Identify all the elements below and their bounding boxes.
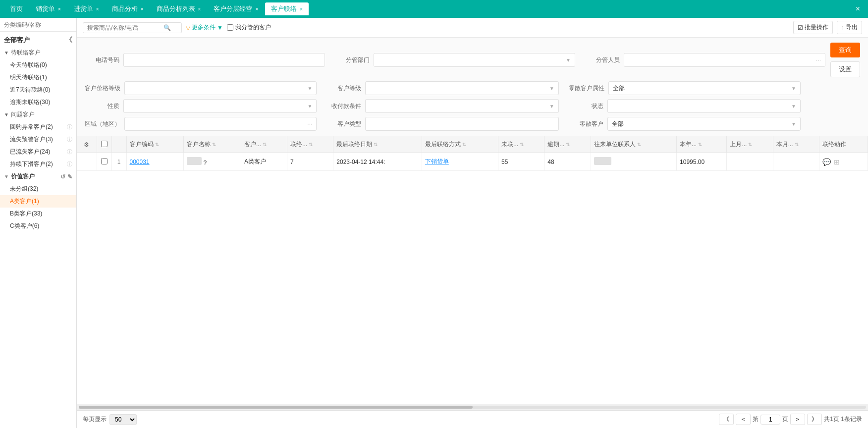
sort-icon: ⇅ (795, 142, 799, 147)
person-input[interactable]: ··· (624, 53, 825, 67)
page-size-select[interactable]: 50 100 200 (109, 414, 137, 425)
my-customers-filter[interactable]: 我分管的客户 (227, 23, 271, 32)
sidebar-item-class-b[interactable]: B类客户(33) (0, 208, 76, 220)
last-page-btn[interactable]: 》 (807, 414, 822, 425)
chat-icon[interactable]: 💬 (822, 158, 831, 166)
th-checkbox[interactable] (97, 136, 111, 153)
sidebar-item-class-a[interactable]: A类客户(1) (0, 195, 76, 208)
sidebar-item-abnormal[interactable]: 回购异常客户(2) ⓘ (0, 121, 76, 133)
sidebar-item-today[interactable]: 今天待联络(0) (0, 59, 76, 71)
type-label: 客户类型 (326, 120, 361, 128)
sidebar-item-unclassified[interactable]: 未分组(32) (0, 183, 76, 195)
main-layout: 🔍 全部客户 《 ▼ 待联络客户 今天待联络(0) 明天待联络(1) 近7天待联… (0, 18, 868, 428)
section-pending-contact[interactable]: ▼ 待联络客户 (0, 47, 76, 59)
sidebar-item-declining[interactable]: 持续下滑客户(2) ⓘ (0, 158, 76, 170)
sort-icon: ⇅ (155, 142, 159, 147)
filter-search-icon[interactable]: 🔍 (163, 24, 171, 31)
th-last-method[interactable]: 最后联络方式⇅ (422, 136, 498, 153)
sort-icon: ⇅ (462, 142, 466, 147)
next-page-btn[interactable]: ＞ (790, 414, 805, 425)
refresh-icon[interactable]: ↺ (60, 173, 65, 180)
sidebar-all-customers-header: 全部客户 《 (0, 32, 76, 47)
filter-cell-status: 状态 ▼ (569, 99, 801, 113)
type-input[interactable] (365, 117, 558, 131)
page-number-input[interactable] (760, 415, 780, 425)
section-value-customers: ▼ 价值客户 ↺ ✎ (0, 170, 76, 183)
section-value-label: 价值客户 (11, 172, 35, 181)
sidebar-item-tomorrow[interactable]: 明天待联络(1) (0, 71, 76, 84)
th-this-month[interactable]: 本月...⇅ (773, 136, 819, 153)
query-button[interactable]: 查询 (830, 43, 860, 57)
per-page-label: 每页显示 (83, 415, 107, 424)
tab-home[interactable]: 首页 (4, 2, 29, 15)
phone-input[interactable] (123, 53, 325, 67)
sidebar-item-7days[interactable]: 近7天待联络(0) (0, 84, 76, 96)
retail-attr-select[interactable]: 全部▼ (608, 81, 801, 95)
td-overdue: 48 (544, 153, 591, 171)
horizontal-scrollbar[interactable] (77, 404, 868, 410)
th-contact[interactable]: 联络...⇅ (287, 136, 333, 153)
settings-button[interactable]: 设置 (830, 61, 860, 77)
row-checkbox[interactable] (101, 158, 108, 164)
section-problem-customers[interactable]: ▼ 问题客户 (0, 108, 76, 121)
th-no-contact[interactable]: 未联...⇅ (498, 136, 544, 153)
tab-purchase[interactable]: 进货单 × (68, 2, 105, 15)
item-lostwarning-info: 流失预警客户(3) (10, 135, 53, 144)
td-code[interactable]: 000031 (126, 153, 184, 171)
td-num: 1 (111, 153, 126, 171)
tab-customer-contact[interactable]: 客户联络 × (265, 2, 309, 15)
more-filters-btn[interactable]: ▽ 更多条件 ▼ (186, 23, 223, 32)
tab-product-analysis[interactable]: 商品分析 × (106, 2, 150, 15)
area-input[interactable]: ··· (124, 117, 317, 131)
price-level-label: 客户价格等级 (85, 84, 120, 93)
td-checkbox[interactable] (97, 153, 111, 171)
retail-label: 零散客户 (569, 120, 603, 128)
tab-customer-mgmt-close[interactable]: × (255, 6, 258, 12)
th-name[interactable]: 客户名称⇅ (184, 136, 241, 153)
customer-level-select[interactable]: ▼ (365, 81, 558, 95)
sidebar-item-lostwarning[interactable]: 流失预警客户(3) ⓘ (0, 133, 76, 146)
td-last-method[interactable]: 下销货单 (422, 153, 498, 171)
th-unit-contact[interactable]: 往来单位联系人⇅ (591, 136, 677, 153)
th-settings[interactable]: ⚙ (77, 136, 97, 153)
nature-select[interactable]: ▼ (123, 99, 317, 113)
filter-search-input[interactable] (87, 24, 162, 31)
select-all-checkbox[interactable] (101, 141, 108, 147)
sidebar-item-lost[interactable]: 已流失客户(24) ⓘ (0, 146, 76, 158)
th-last-month[interactable]: 上月...⇅ (727, 136, 773, 153)
payment-select[interactable]: ▼ (365, 99, 558, 113)
name-gray-box (187, 157, 202, 165)
dept-select[interactable]: ▼ (374, 53, 575, 67)
tab-customer-contact-close[interactable]: × (300, 6, 303, 12)
th-last-date[interactable]: 最后联络日期⇅ (333, 136, 422, 153)
adv-filter-row-2: 客户价格等级 ▼ 客户等级 ▼ 零散客户属性 全部▼ (85, 81, 860, 95)
th-code[interactable]: 客户编码⇅ (126, 136, 184, 153)
sidebar-collapse-btn[interactable]: 《 (65, 36, 72, 45)
close-all-button[interactable]: × (852, 2, 864, 15)
my-customers-checkbox[interactable] (227, 24, 233, 31)
tab-purchase-close[interactable]: × (96, 6, 99, 12)
edit-icon[interactable]: ✎ (67, 173, 72, 180)
batch-ops-button[interactable]: ☑ 批量操作 (793, 21, 833, 34)
tab-product-analysis-close[interactable]: × (141, 6, 144, 12)
grid-icon[interactable]: ⊞ (834, 158, 840, 166)
status-select[interactable]: ▼ (607, 99, 801, 113)
tab-customer-mgmt[interactable]: 客户分层经营 × (208, 2, 264, 15)
export-button[interactable]: ↑ 导出 (837, 21, 862, 34)
th-overdue[interactable]: 逾期...⇅ (544, 136, 591, 153)
sidebar-search-input[interactable] (4, 21, 77, 28)
prev-page-btn[interactable]: ＜ (736, 414, 751, 425)
th-this-year[interactable]: 本年...⇅ (677, 136, 727, 153)
tab-product-list-close[interactable]: × (198, 6, 201, 12)
tab-sales[interactable]: 销货单 × (30, 2, 67, 15)
price-level-select[interactable]: ▼ (124, 81, 317, 95)
td-action: 💬 ⊞ (819, 153, 868, 171)
tab-product-list[interactable]: 商品分析列表 × (151, 2, 207, 15)
first-page-btn[interactable]: 《 (719, 414, 734, 425)
sidebar-item-overdue[interactable]: 逾期未联络(30) (0, 96, 76, 108)
retail-select[interactable]: 全部▼ (607, 117, 801, 131)
th-level[interactable]: 客户...⇅ (241, 136, 287, 153)
tab-sales-close[interactable]: × (58, 6, 61, 12)
scrollbar-thumb[interactable] (79, 406, 473, 409)
sidebar-item-class-c[interactable]: C类客户(6) (0, 220, 76, 232)
